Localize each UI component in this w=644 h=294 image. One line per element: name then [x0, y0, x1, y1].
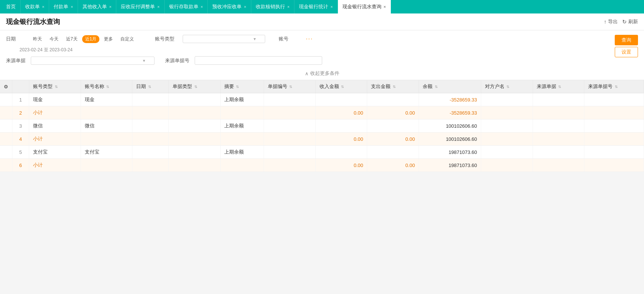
row-account-type: 小计 — [29, 106, 81, 119]
close-icon[interactable]: × — [201, 4, 203, 9]
nav-tab-fukuandan[interactable]: 付款单 × — [49, 0, 78, 13]
row-balance: 19871073.60 — [419, 146, 481, 159]
date-opt-custom[interactable]: 自定义 — [117, 35, 137, 43]
date-column-header[interactable]: 日期 ⇅ — [132, 80, 168, 93]
counterpart-column-header[interactable]: 对方户名 ⇅ — [481, 80, 533, 93]
row-income — [315, 119, 367, 133]
row-source-doc — [533, 119, 584, 133]
row-doc-type — [168, 119, 220, 133]
nav-tab-prepay[interactable]: 预收冲应收单 × — [208, 0, 251, 13]
nav-tab-collection-exec[interactable]: 收款核销执行 × — [251, 0, 294, 13]
date-opt-more[interactable]: 更多 — [101, 35, 116, 43]
sort-icon: ⇅ — [341, 85, 344, 89]
row-doc-no — [264, 106, 315, 119]
row-income — [315, 146, 367, 159]
row-account-name: 现金 — [81, 93, 132, 106]
row-source-doc — [533, 133, 584, 146]
settings-button[interactable]: 设置 — [615, 47, 638, 57]
row-income: 0.00 — [315, 159, 367, 172]
nav-tab-bank-deposit[interactable]: 银行存取款单 × — [165, 0, 208, 13]
expense-column-header[interactable]: 支出金额 ⇅ — [367, 80, 419, 93]
date-opt-today[interactable]: 今天 — [47, 35, 62, 43]
collapse-bar[interactable]: ∧ 收起更多条件 — [6, 70, 638, 77]
row-counterpart — [481, 93, 533, 106]
nav-tab-other-income[interactable]: 其他收入单 × — [78, 0, 116, 13]
row-date — [132, 146, 168, 159]
close-icon[interactable]: × — [384, 4, 386, 9]
table-row: 2 小计 0.00 0.00 -3528659.33 — [0, 106, 644, 119]
chevron-down-icon: ▾ — [254, 36, 256, 42]
page-title: 现金银行流水查询 — [6, 17, 60, 26]
income-column-header[interactable]: 收入金额 ⇅ — [315, 80, 367, 93]
page-header: 现金银行流水查询 ↑ 导出 ↻ 刷新 — [0, 13, 644, 30]
refresh-button[interactable]: ↻ 刷新 — [622, 18, 638, 25]
source-doc-column-header[interactable]: 来源单据 ⇅ — [533, 80, 584, 93]
row-balance: 19871073.60 — [419, 159, 481, 172]
close-icon[interactable]: × — [42, 4, 44, 9]
right-buttons: 查询 设置 — [615, 35, 638, 57]
source-doc-no-input[interactable] — [195, 56, 322, 65]
row-summary — [220, 159, 264, 172]
row-balance: 100102606.60 — [419, 133, 481, 146]
close-icon[interactable]: × — [109, 4, 111, 9]
balance-column-header[interactable]: 余额 ⇅ — [419, 80, 481, 93]
row-gear — [0, 146, 12, 159]
row-date — [132, 106, 168, 119]
source-doc-select[interactable]: ▾ — [31, 57, 155, 65]
header-actions: ↑ 导出 ↻ 刷新 — [604, 18, 638, 25]
export-icon: ↑ — [604, 19, 606, 25]
row-summary: 上期余额 — [220, 119, 264, 133]
nav-tab-shoukuandan[interactable]: 收款单 × — [21, 0, 49, 13]
row-account-type: 小计 — [29, 159, 81, 172]
summary-column-header[interactable]: 摘要 ⇅ — [220, 80, 264, 93]
row-number: 6 — [12, 159, 29, 172]
top-nav: 首页 收款单 × 付款单 × 其他收入单 × 应收应付调整单 × 银行存取款单 … — [0, 0, 644, 13]
date-filter-label: 日期 — [6, 36, 25, 42]
doc-type-column-header[interactable]: 单据类型 ⇅ — [168, 80, 220, 93]
row-source-doc-no — [584, 93, 644, 106]
account-name-column-header[interactable]: 账号名称 ⇅ — [81, 80, 132, 93]
row-expense: 0.00 — [367, 159, 419, 172]
table-wrap: ⚙ 账号类型 ⇅ 账号名称 ⇅ 日期 ⇅ 单据类型 ⇅ — [0, 80, 644, 172]
refresh-icon: ↻ — [622, 19, 627, 25]
row-doc-type — [168, 146, 220, 159]
gear-column-header[interactable]: ⚙ — [0, 80, 12, 93]
date-opt-7days[interactable]: 近7天 — [63, 35, 81, 43]
nav-tab-cash-flow[interactable]: 现金银行流水查询 × — [338, 0, 391, 13]
row-income: 0.00 — [315, 133, 367, 146]
row-gear — [0, 93, 12, 106]
table-header-row: ⚙ 账号类型 ⇅ 账号名称 ⇅ 日期 ⇅ 单据类型 ⇅ — [0, 80, 644, 93]
row-doc-no — [264, 146, 315, 159]
close-icon[interactable]: × — [330, 4, 333, 9]
nav-home[interactable]: 首页 — [2, 0, 21, 13]
date-range-display: 2023-02-24 至 2023-03-24 — [20, 47, 72, 52]
row-source-doc — [533, 159, 584, 172]
source-doc-no-column-header[interactable]: 来源单据号 ⇅ — [584, 80, 644, 93]
num-column-header — [12, 80, 29, 93]
export-button[interactable]: ↑ 导出 — [604, 18, 618, 25]
account-type-select[interactable]: ▾ — [183, 35, 265, 43]
row-date — [132, 93, 168, 106]
row-date — [132, 133, 168, 146]
row-doc-type — [168, 159, 220, 172]
search-button[interactable]: 查询 — [615, 35, 638, 45]
row-gear — [0, 159, 12, 172]
account-dots-button[interactable]: ··· — [306, 36, 313, 42]
nav-tab-cash-stats[interactable]: 现金银行统计 × — [294, 0, 338, 13]
gear-icon[interactable]: ⚙ — [4, 84, 8, 90]
doc-no-column-header[interactable]: 单据编号 ⇅ — [264, 80, 315, 93]
row-number: 3 — [12, 119, 29, 133]
close-icon[interactable]: × — [287, 4, 290, 9]
date-opt-1month[interactable]: 近1月 — [82, 35, 100, 43]
table-row: 5 支付宝 支付宝 上期余额 19871073.60 — [0, 146, 644, 159]
row-account-name: 微信 — [81, 119, 132, 133]
nav-tab-adjustment[interactable]: 应收应付调整单 × — [116, 0, 164, 13]
date-opt-yesterday[interactable]: 昨天 — [30, 35, 45, 43]
close-icon[interactable]: × — [71, 4, 73, 9]
row-doc-no — [264, 93, 315, 106]
close-icon[interactable]: × — [244, 4, 246, 9]
row-expense — [367, 119, 419, 133]
close-icon[interactable]: × — [157, 4, 159, 9]
row-summary — [220, 106, 264, 119]
account-type-column-header[interactable]: 账号类型 ⇅ — [29, 80, 81, 93]
